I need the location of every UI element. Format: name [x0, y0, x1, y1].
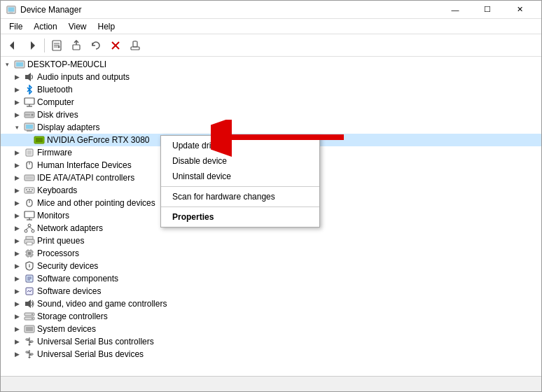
icon-print: [24, 235, 35, 246]
expand-bluetooth: ▶: [12, 85, 22, 94]
svg-rect-83: [30, 341, 33, 342]
icon-hid: [24, 160, 35, 171]
svg-marker-84: [28, 344, 31, 346]
svg-point-49: [32, 230, 34, 232]
svg-point-48: [25, 230, 27, 232]
label-network: Network adapters: [37, 223, 103, 233]
context-menu-item-update[interactable]: Update driver: [161, 138, 319, 153]
maximize-button[interactable]: ☐: [471, 1, 503, 19]
tree-item-softwaredev[interactable]: ▶ Software devices: [1, 285, 541, 298]
rollback-button[interactable]: [87, 36, 105, 55]
icon-nvidia: [34, 134, 45, 146]
icon-sound: [24, 298, 35, 309]
label-audio: Audio inputs and outputs: [37, 72, 130, 82]
menu-help[interactable]: Help: [92, 20, 121, 33]
context-menu-sep-1: [161, 186, 319, 187]
expand-network: ▶: [12, 223, 22, 233]
minimize-button[interactable]: —: [439, 1, 471, 19]
label-hid: Human Interface Devices: [37, 160, 132, 170]
tree-item-displayadapters[interactable]: ▾ Display adapters: [1, 121, 541, 134]
properties-button[interactable]: [48, 36, 66, 55]
scan-toolbar-button[interactable]: [126, 36, 144, 55]
label-storage: Storage controllers: [37, 312, 108, 321]
label-diskdrives: Disk drives: [37, 110, 78, 120]
svg-rect-10: [73, 45, 80, 50]
icon-network: [24, 223, 35, 234]
expand-displayadapters: ▾: [12, 122, 22, 132]
svg-rect-44: [25, 211, 34, 218]
svg-rect-40: [32, 189, 33, 190]
svg-point-75: [32, 314, 33, 315]
back-button[interactable]: [4, 36, 22, 55]
tree-item-print[interactable]: ▶ Print queues: [1, 234, 541, 247]
svg-point-9: [58, 46, 60, 48]
menu-view[interactable]: View: [63, 20, 92, 33]
svg-point-76: [32, 318, 33, 319]
svg-rect-26: [26, 125, 33, 129]
context-menu-item-uninstall[interactable]: Uninstall device: [161, 169, 319, 184]
tree-item-bluetooth[interactable]: ▶ Bluetooth: [1, 83, 541, 96]
svg-marker-72: [25, 300, 31, 308]
icon-root: [14, 59, 25, 70]
window-controls: — ☐ ✕: [439, 1, 536, 19]
icon-ide: [24, 172, 35, 183]
tree-item-security[interactable]: ▶ Security devices: [1, 260, 541, 272]
context-menu-item-properties[interactable]: Properties: [161, 209, 319, 225]
toolbar-sep-1: [44, 38, 45, 52]
expand-ide: ▶: [12, 173, 22, 183]
icon-computer: [24, 97, 35, 108]
svg-rect-78: [26, 327, 33, 331]
close-button[interactable]: ✕: [503, 1, 536, 19]
expand-print: ▶: [12, 236, 22, 246]
update-driver-toolbar-button[interactable]: [67, 36, 85, 55]
label-print: Print queues: [37, 236, 84, 246]
expand-processors: ▶: [12, 248, 22, 258]
expand-audio: ▶: [12, 72, 22, 82]
expand-diskdrives: ▶: [12, 110, 22, 120]
label-sound: Sound, video and game controllers: [37, 299, 167, 309]
svg-rect-89: [30, 354, 33, 355]
context-menu-item-disable[interactable]: Disable device: [161, 153, 319, 169]
tree-item-system[interactable]: ▶ System devices: [1, 323, 541, 335]
window-title: Device Manager: [20, 5, 439, 15]
svg-rect-41: [27, 191, 32, 192]
svg-line-51: [29, 227, 33, 230]
tree-item-computer[interactable]: ▶ Computer: [1, 96, 541, 108]
label-nvidia: NVIDIA GeForce RTX 3080: [47, 135, 150, 145]
svg-rect-39: [29, 189, 30, 190]
uninstall-toolbar-button[interactable]: [106, 36, 125, 55]
tree-item-usb2[interactable]: ▶ Universal Serial Bus devices: [1, 348, 541, 360]
tree-item-audio[interactable]: ▶ Audio inputs and outputs: [1, 71, 541, 83]
status-bar: [1, 376, 541, 391]
label-mice: Mice and other pointing devices: [37, 198, 155, 208]
menu-file[interactable]: File: [4, 20, 28, 33]
icon-displayadapters: [24, 122, 35, 133]
forward-button[interactable]: [23, 36, 41, 55]
main-content: ▾ DESKTOP-ME0UCLI ▶ Audio inputs and out…: [1, 57, 541, 376]
svg-rect-31: [27, 150, 32, 155]
label-softwaredev: Software devices: [37, 286, 101, 296]
label-usb2: Universal Serial Bus devices: [37, 349, 144, 359]
icon-processors: [24, 248, 35, 259]
tree-item-sound[interactable]: ▶ Sound, video and game controllers: [1, 298, 541, 310]
tree-item-usb1[interactable]: ▶ Universal Serial Bus controllers: [1, 335, 541, 348]
tree-item-diskdrives[interactable]: ▶ Disk drives: [1, 108, 541, 121]
expand-hid: ▶: [12, 160, 22, 170]
svg-rect-17: [16, 62, 23, 66]
tree-item-storage[interactable]: ▶ Storage controllers: [1, 310, 541, 323]
svg-rect-54: [27, 242, 32, 245]
menu-action[interactable]: Action: [28, 20, 62, 33]
tree-item-processors[interactable]: ▶ Processors: [1, 247, 541, 260]
expand-mice: ▶: [12, 198, 22, 208]
icon-mice: [24, 197, 35, 209]
svg-rect-56: [28, 252, 31, 255]
tree-item-root[interactable]: ▾ DESKTOP-ME0UCLI: [1, 58, 541, 71]
expand-softwaredev: ▶: [12, 286, 22, 296]
label-monitors: Monitors: [37, 211, 69, 220]
svg-point-66: [29, 264, 30, 265]
expand-computer: ▶: [12, 97, 22, 107]
svg-rect-52: [26, 237, 33, 239]
context-menu-item-scan[interactable]: Scan for hardware changes: [161, 189, 319, 204]
expand-sound: ▶: [12, 299, 22, 309]
tree-item-softwarecomp[interactable]: ▶ Software components: [1, 272, 541, 285]
